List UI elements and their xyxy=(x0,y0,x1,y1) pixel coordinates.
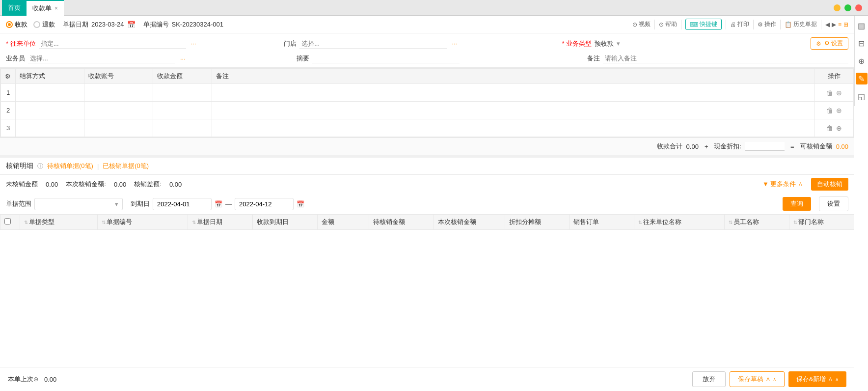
col-dept-header: ⇅部门名称 xyxy=(789,215,854,230)
date-from-input[interactable] xyxy=(153,198,212,210)
business-type-field: * 业务类型 预收款 ▾ xyxy=(562,39,686,48)
cell-note-1[interactable] xyxy=(212,84,814,102)
copy-icon-2[interactable]: ⊕ xyxy=(836,107,842,114)
receipt-table: ⚙ 结算方式 收款账号 收款金额 备注 操作 xyxy=(0,68,854,137)
auto-verify-btn[interactable]: 自动核销 xyxy=(811,178,848,191)
toolbar-right: ⊙ 视频 ⊙ 帮助 ⌨ 快捷键 🖨 打印 ⚙ 操作 xyxy=(632,19,848,30)
cell-amount-2[interactable] xyxy=(153,102,212,119)
shortcut-btn[interactable]: ⌨ 快捷键 xyxy=(685,19,722,30)
cell-account-2[interactable] xyxy=(84,102,153,119)
col-gear[interactable]: ⚙ xyxy=(1,69,16,84)
counterpart-more-btn[interactable]: ··· xyxy=(189,40,198,47)
help-btn[interactable]: ⊙ 帮助 xyxy=(659,20,677,28)
toolbar: 收款 退款 单据日期 2023-03-24 📅 单据编号 SK-20230324… xyxy=(0,16,854,33)
divider6 xyxy=(821,20,821,29)
summary-input[interactable] xyxy=(312,54,460,63)
form-row-1: * 往来单位 ··· 门店 ··· * 业务类型 预收款 ▾ ⚙ ⚙ 设置 xyxy=(6,37,848,50)
copy-icon-3[interactable]: ⊕ xyxy=(836,124,842,132)
form-area: * 往来单位 ··· 门店 ··· * 业务类型 预收款 ▾ ⚙ ⚙ 设置 xyxy=(0,33,854,68)
minimize-button[interactable] xyxy=(834,4,841,11)
divider5 xyxy=(780,20,781,29)
pending-tab[interactable]: 待核销单据(0笔) xyxy=(47,162,93,170)
col-date-header: ⇅单据日期 xyxy=(188,215,253,230)
list-icon[interactable]: ≡ xyxy=(838,21,841,28)
gear-icon: ⚙ xyxy=(816,40,821,47)
main-content: 收款 退款 单据日期 2023-03-24 📅 单据编号 SK-20230324… xyxy=(0,16,868,391)
radio-receipt[interactable]: 收款 xyxy=(6,20,27,29)
verification-table: ⇅单据类型 ⇅单据编号 ⇅单据日期 收款到期日 金额 xyxy=(0,214,854,230)
radio-refund[interactable]: 退款 xyxy=(33,20,55,29)
grid-icon[interactable]: ⊞ xyxy=(843,21,848,28)
calendar-from-icon[interactable]: 📅 xyxy=(215,200,222,208)
delete-icon-3[interactable]: 🗑 xyxy=(826,124,833,132)
filter-row: 单据范围 ▾ 到期日 📅 — 📅 查询 设置 xyxy=(0,194,854,214)
settings-button[interactable]: ⚙ ⚙ 设置 xyxy=(811,37,848,50)
done-tab[interactable]: 已核销单据(0笔) xyxy=(103,162,149,170)
tab-home[interactable]: 首页 xyxy=(2,0,27,16)
date-to-input[interactable] xyxy=(235,198,294,210)
shop-input[interactable] xyxy=(299,39,447,49)
col-note-header: 备注 xyxy=(212,69,814,84)
summary-label: 摘要 xyxy=(297,54,309,63)
print-btn[interactable]: 🖨 打印 xyxy=(730,20,749,28)
cell-account-3[interactable] xyxy=(84,119,153,137)
stats-row: 未核销金额 0.00 本次核销金额: 0.00 核销差额: 0.00 ▼ 更多条… xyxy=(0,175,854,194)
cell-account-1[interactable] xyxy=(84,84,153,102)
salesperson-more-btn[interactable]: ··· xyxy=(178,55,188,62)
cell-amount-1[interactable] xyxy=(153,84,212,102)
copy-icon-1[interactable]: ⊕ xyxy=(836,89,842,97)
select-all-checkbox[interactable] xyxy=(4,218,11,224)
range-select[interactable]: ▾ xyxy=(34,198,123,210)
sidebar-expand-icon[interactable]: ◱ xyxy=(856,90,868,102)
summary-field: 摘要 xyxy=(297,54,558,63)
sidebar-list-icon[interactable]: ⊟ xyxy=(856,37,868,49)
note-label: 备注 xyxy=(587,54,600,63)
next-icon[interactable]: ▶ xyxy=(832,21,836,28)
tab-receipt[interactable]: 收款单 × xyxy=(27,0,64,16)
save-new-button[interactable]: 保存&新增 ∧ ∧ xyxy=(788,371,846,387)
note-input[interactable] xyxy=(603,54,848,63)
sidebar-attach-icon[interactable]: ⊕ xyxy=(856,55,868,67)
bottom-value: 0.00 xyxy=(44,376,56,383)
col-checkbox[interactable] xyxy=(0,215,20,230)
dropdown-arrow-icon[interactable]: ▾ xyxy=(617,40,620,47)
close-button[interactable] xyxy=(855,4,862,11)
counterpart-input[interactable] xyxy=(39,39,186,49)
delete-icon-1[interactable]: 🗑 xyxy=(826,89,833,97)
shop-more-btn[interactable]: ··· xyxy=(450,40,459,47)
cell-note-3[interactable] xyxy=(212,119,814,137)
cell-note-2[interactable] xyxy=(212,102,814,119)
more-conditions-btn[interactable]: ▼ 更多条件 ∧ xyxy=(762,180,803,189)
discount-input[interactable] xyxy=(745,142,785,151)
cell-payment-3[interactable] xyxy=(16,119,84,137)
sidebar-edit-icon[interactable]: ✎ xyxy=(856,73,868,84)
operation-btn[interactable]: ⚙ 操作 xyxy=(758,20,776,28)
calendar-to-icon[interactable]: 📅 xyxy=(297,200,304,208)
print-icon: 🖨 xyxy=(730,21,736,28)
radio-group: 收款 退款 xyxy=(6,20,55,29)
save-draft-button[interactable]: 保存草稿 ∧ ∧ xyxy=(730,371,785,387)
filter-settings-button[interactable]: 设置 xyxy=(819,196,848,211)
discard-button[interactable]: 放弃 xyxy=(692,371,726,387)
row-num-3: 3 xyxy=(1,119,16,137)
video-btn[interactable]: ⊙ 视频 xyxy=(632,20,651,28)
delete-icon-2[interactable]: 🗑 xyxy=(826,107,833,114)
divider4 xyxy=(753,20,754,29)
salesperson-input[interactable] xyxy=(28,54,175,63)
history-btn[interactable]: 📋 历史单据 xyxy=(785,20,817,28)
col-counterpart-header: ⇅往来单位名称 xyxy=(634,215,725,230)
section-title: 核销明细 xyxy=(6,162,33,170)
cell-payment-2[interactable] xyxy=(16,102,84,119)
cell-amount-3[interactable] xyxy=(153,119,212,137)
note-field: 备注 xyxy=(587,54,848,63)
calendar-icon[interactable]: 📅 xyxy=(127,21,136,28)
sidebar-table-icon[interactable]: ▤ xyxy=(856,20,868,31)
prev-icon[interactable]: ◀ xyxy=(825,21,830,28)
cell-payment-1[interactable] xyxy=(16,84,84,102)
col-current-header: 本次核销金额 xyxy=(434,215,505,230)
tab-close-icon[interactable]: × xyxy=(54,5,58,12)
info-icon[interactable]: ⓘ xyxy=(37,162,43,170)
col-employee-header: ⇅员工名称 xyxy=(725,215,789,230)
maximize-button[interactable] xyxy=(844,4,851,11)
query-button[interactable]: 查询 xyxy=(783,197,811,211)
